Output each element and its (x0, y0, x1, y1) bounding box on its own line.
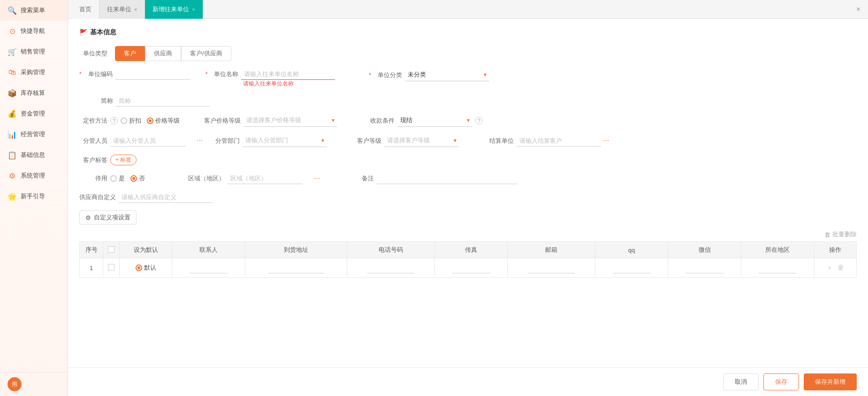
phone-input[interactable] (367, 262, 414, 273)
pricing-help-icon[interactable]: ? (110, 117, 118, 124)
save-button[interactable]: 保存 (763, 373, 799, 390)
payment-terms-select[interactable]: 现结 ▾ (397, 114, 472, 127)
add-row-icon[interactable]: ＋ (826, 264, 833, 271)
tab-new-partner[interactable]: 新增往来单位 × (145, 0, 203, 19)
batch-delete-area[interactable]: 🗑 批量删除 (79, 230, 857, 239)
section-title: 🚩 基本信息 (79, 28, 857, 37)
disabled-label: 停用 (79, 174, 107, 183)
settlement-unit-label: 结算单位 (486, 137, 514, 145)
disabled-wrapper: 停用 是 否 (79, 174, 145, 183)
save-new-button[interactable]: 保存并新增 (804, 373, 857, 390)
fax-input[interactable] (452, 262, 490, 273)
region-label: 区域（地区） (188, 174, 225, 183)
email-input[interactable] (528, 262, 575, 273)
main-content: 首页 往来单位 × 新增往来单位 × × 🚩 基本信息 单位类型 客户 供应商 … (68, 0, 868, 396)
sidebar-item-finance[interactable]: 💰 资金管理 (0, 103, 68, 124)
short-name-wrapper: 简称 (85, 95, 210, 107)
sidebar-item-inventory[interactable]: 📦 库存核算 (0, 83, 68, 103)
address-input[interactable] (268, 262, 324, 273)
unit-category-label: 单位分类 (374, 71, 402, 79)
contact-input[interactable] (190, 262, 228, 273)
customer-price-select[interactable]: 请选择客户价格等级 ▾ (244, 114, 337, 127)
cancel-button[interactable]: 取消 (723, 373, 759, 390)
sidebar-item-sales[interactable]: 🛒 销售管理 (0, 41, 68, 62)
row-region-input[interactable] (759, 262, 796, 273)
pricing-wrapper: 定价方法 ? 折扣 价格等级 (79, 116, 180, 125)
sidebar-item-quicknav[interactable]: ⊙ 快捷导航 (0, 21, 68, 41)
short-name-input[interactable] (116, 95, 210, 107)
unit-code-input[interactable]: 000009 (115, 69, 190, 80)
tab-new-partner-close[interactable]: × (192, 7, 195, 12)
payment-help-icon[interactable]: ? (475, 117, 483, 124)
finance-icon: 💰 (8, 109, 17, 118)
customer-level-select[interactable]: 请选择客户等级 ▾ (384, 134, 459, 147)
manager-label: 分管人员 (79, 137, 107, 145)
gear-icon: ⚙ (85, 214, 91, 221)
payment-terms-label: 收款条件 (366, 116, 395, 125)
region-more-icon[interactable]: ··· (312, 174, 322, 183)
operations-icon: 📊 (8, 130, 17, 139)
qq-input[interactable] (613, 262, 650, 273)
select-all-checkbox[interactable] (108, 246, 114, 253)
pricing-discount[interactable]: 折扣 (121, 116, 141, 125)
unit-type-supplier[interactable]: 供应商 (145, 46, 181, 61)
region-input[interactable] (228, 173, 312, 184)
pricing-level[interactable]: 价格等级 (147, 116, 180, 125)
disabled-yes[interactable]: 是 (110, 174, 125, 183)
tab-partners[interactable]: 往来单位 × (99, 0, 145, 19)
contacts-table: 序号 设为默认 联系人 到货地址 电话号码 传真 邮箱 qq 微信 所在地区 操… (79, 241, 857, 278)
add-tag-button[interactable]: + 标签 (110, 155, 137, 165)
disabled-yes-radio (110, 175, 117, 182)
row-check (103, 258, 120, 278)
table-row: 1 默认 (80, 258, 857, 278)
department-label: 分管部门 (212, 137, 240, 145)
pricing-discount-radio (121, 117, 127, 124)
col-email: 邮箱 (508, 242, 595, 258)
unit-type-both[interactable]: 客户/供应商 (181, 46, 231, 61)
sidebar-item-system[interactable]: ⚙ 系统管理 (0, 165, 68, 186)
row-ops: ＋ 🗑 (814, 258, 856, 278)
department-select[interactable]: 请输入分管部门 ▾ (243, 134, 327, 147)
sidebar-item-label: 资金管理 (21, 109, 45, 118)
tab-partners-close[interactable]: × (134, 7, 137, 12)
customer-price-chevron: ▾ (332, 117, 335, 124)
sidebar-item-label: 搜索菜单 (21, 6, 45, 15)
unit-category-value: 未分类 (408, 70, 426, 79)
supplier-custom-wrapper: 供应商自定义 (79, 192, 213, 203)
tab-home[interactable]: 首页 (72, 0, 99, 19)
row-checkbox[interactable] (108, 264, 114, 271)
manager-input[interactable] (110, 135, 195, 146)
remark-input[interactable] (377, 173, 518, 184)
supplier-custom-input[interactable] (119, 192, 213, 203)
delete-row-icon[interactable]: 🗑 (838, 264, 844, 271)
flag-icon: 🚩 (79, 29, 87, 36)
wechat-input[interactable] (686, 262, 723, 273)
unit-category-select[interactable]: 未分类 ▾ (405, 69, 489, 81)
row-default-radio[interactable]: 默认 (124, 264, 167, 272)
disabled-no[interactable]: 否 (130, 174, 145, 183)
settlement-unit-input[interactable] (517, 135, 601, 146)
sidebar-item-purchase[interactable]: 🛍 采购管理 (0, 62, 68, 83)
department-chevron: ▾ (321, 137, 324, 144)
global-close-icon[interactable]: × (853, 5, 864, 14)
sidebar-item-basic[interactable]: 📋 基础信息 (0, 145, 68, 165)
customer-price-label: 客户价格等级 (204, 116, 241, 125)
page-content: 🚩 基本信息 单位类型 客户 供应商 客户/供应商 * 单位编码 000009 (68, 19, 868, 367)
col-contact: 联系人 (172, 242, 245, 258)
manager-row: 分管人员 ··· 分管部门 请输入分管部门 ▾ 客户等级 请选择客户等级 ▾ (79, 134, 857, 147)
manager-more-icon[interactable]: ··· (195, 136, 205, 145)
customer-tag-row: 客户标签 + 标签 (79, 155, 857, 165)
unit-name-error: 请输入往来单位名称 (243, 80, 294, 87)
unit-name-input[interactable] (241, 69, 335, 80)
page-footer: 取消 保存 保存并新增 (68, 367, 868, 396)
sidebar-item-operations[interactable]: 📊 经营管理 (0, 124, 68, 145)
settlement-more-icon[interactable]: ··· (601, 136, 611, 145)
sidebar-item-newbie[interactable]: 🌟 新手引导 (0, 186, 68, 207)
supplier-custom-row: 供应商自定义 (79, 192, 857, 203)
col-qq: qq (595, 242, 668, 258)
sidebar-item-search[interactable]: 🔍 搜索菜单 (0, 0, 68, 21)
newbie-icon: 🌟 (8, 192, 17, 201)
custom-settings-button[interactable]: ⚙ 自定义项设置 (79, 210, 137, 225)
unit-type-customer[interactable]: 客户 (115, 46, 145, 61)
col-wechat: 微信 (668, 242, 741, 258)
